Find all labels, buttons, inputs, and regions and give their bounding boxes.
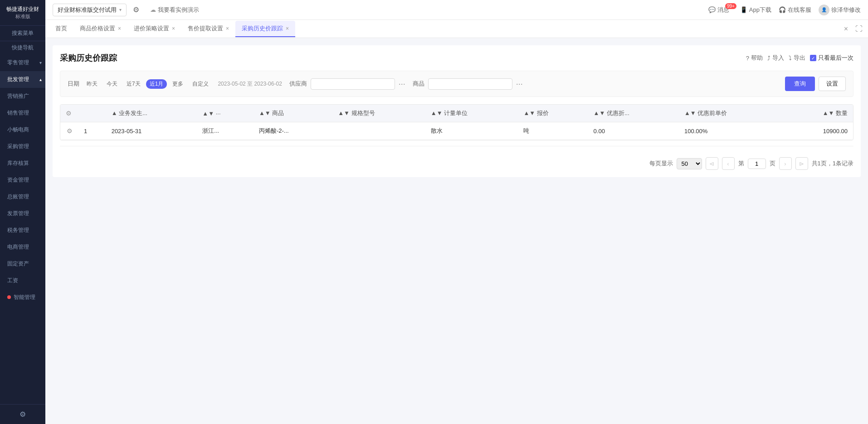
chevron-down-icon: ▾ — [119, 7, 122, 12]
first-page-button[interactable]: ⊲ — [706, 157, 718, 170]
tab-sale-price-extract[interactable]: 售价提取设置 × — [181, 21, 235, 37]
close-tab-button[interactable]: × — [842, 23, 850, 35]
sidebar-item-tax[interactable]: 税务管理 — [0, 222, 45, 239]
table-body: ⚙ 1 2023-05-31 浙江... 丙烯酸-2-... 散水 吨 0.00… — [60, 122, 853, 140]
user-menu[interactable]: 👤 徐泽华修改 — [819, 5, 861, 15]
th-date: ▲ 业务发生... — [106, 105, 197, 122]
date-range: 2023-05-02 至 2023-06-02 — [218, 80, 282, 88]
sidebar-item-sales[interactable]: 销售管理 — [0, 105, 45, 121]
sidebar-item-ecommerce[interactable]: 电商管理 — [0, 239, 45, 255]
supplier-label: 供应商 — [289, 80, 307, 88]
demo-label: 我要看实例演示 — [158, 6, 199, 14]
goods-filter-group: 商品 ··· — [413, 78, 523, 90]
th-discount: ▲▼ 优惠折... — [588, 105, 679, 122]
sidebar-item-label: 发票管理 — [7, 210, 29, 217]
sidebar-item-payroll[interactable]: 工资 — [0, 272, 45, 289]
sidebar-item-retail[interactable]: 零售管理 ▾ — [0, 54, 45, 71]
date-btn-more[interactable]: 更多 — [169, 79, 187, 89]
message-badge: 99+ — [725, 3, 736, 9]
table-header-row: ⚙ ▲ 业务发生... ▲▼ ··· ▲▼ 商品 — [60, 105, 853, 122]
app-download-button[interactable]: 📱 App下载 — [740, 6, 771, 14]
online-service-button[interactable]: 🎧 在线客服 — [779, 6, 811, 14]
sidebar-item-label: 销售管理 — [7, 109, 29, 117]
dot-indicator — [7, 295, 11, 299]
maximize-tab-button[interactable]: ⛶ — [853, 23, 864, 35]
version-selector[interactable]: 好业财标准版交付试用 ▾ — [53, 4, 127, 16]
headset-icon: 🎧 — [779, 6, 786, 13]
tab-price-settings[interactable]: 商品价格设置 × — [73, 21, 127, 37]
th-price-before: ▲▼ 优惠前单价 — [679, 105, 783, 122]
tab-label: 首页 — [55, 24, 67, 33]
date-btn-yesterday[interactable]: 昨天 — [83, 79, 101, 89]
main-area: 好业财标准版交付试用 ▾ ⚙ ☁ 我要看实例演示 💬 消息 99+ 📱 App下… — [45, 0, 868, 424]
close-icon[interactable]: × — [286, 25, 289, 32]
sidebar-item-purchase[interactable]: 采购管理 — [0, 138, 45, 155]
td-date: 2023-05-31 — [106, 122, 197, 140]
sidebar-item-ecommerce-small[interactable]: 小畅电商 — [0, 121, 45, 138]
sidebar-item-ai[interactable]: 智能管理 — [0, 289, 45, 306]
td-supplier: 浙江... — [197, 122, 254, 140]
tab-purchase-price-strategy[interactable]: 进价策略设置 × — [127, 21, 181, 37]
page-actions: ? 帮助 ⤴ 导入 ⤵ 导出 ✓ 只看最后一次 — [746, 54, 853, 62]
tab-label: 采购历史价跟踪 — [242, 24, 283, 33]
goods-input[interactable] — [428, 78, 512, 90]
gear-icon[interactable]: ⚙ — [67, 127, 73, 135]
sidebar-logo: 畅捷通好业财 标准版 — [0, 0, 45, 26]
settings-button[interactable]: 设置 — [819, 77, 846, 91]
date-btn-7days[interactable]: 近7天 — [123, 79, 144, 89]
only-last-checkbox-label[interactable]: ✓ 只看最后一次 — [810, 54, 853, 62]
td-price-val: 10900.00 — [783, 122, 853, 140]
sidebar-item-finance[interactable]: 资金管理 — [0, 172, 45, 188]
page-number-input[interactable] — [748, 159, 766, 169]
supplier-input[interactable] — [311, 78, 395, 90]
next-page-button[interactable]: › — [779, 157, 792, 170]
demo-button[interactable]: ☁ 我要看实例演示 — [150, 6, 199, 14]
chevron-down-icon: ▾ — [39, 60, 42, 65]
sidebar-item-inventory[interactable]: 库存核算 — [0, 155, 45, 172]
sidebar-item-label: 固定资产 — [7, 260, 29, 268]
date-btn-today[interactable]: 今天 — [103, 79, 121, 89]
tab-home[interactable]: 首页 — [49, 21, 73, 37]
close-icon[interactable]: × — [226, 25, 229, 32]
checkbox-icon: ✓ — [810, 55, 816, 61]
sidebar-item-label: 批发管理 — [7, 76, 29, 83]
per-page-select[interactable]: 50 100 200 — [677, 158, 702, 169]
supplier-more-icon[interactable]: ··· — [399, 80, 405, 88]
sidebar-item-label: 税务管理 — [7, 226, 29, 234]
export-link[interactable]: ⤵ 导出 — [789, 54, 805, 62]
sidebar-item-invoice[interactable]: 发票管理 — [0, 205, 45, 222]
close-icon[interactable]: × — [172, 25, 175, 32]
close-icon[interactable]: × — [118, 25, 121, 32]
sidebar-item-label: 工资 — [7, 277, 18, 284]
header-right: 💬 消息 99+ 📱 App下载 🎧 在线客服 👤 徐泽华修改 — [705, 5, 861, 15]
sidebar-item-marketing[interactable]: 营销推广 — [0, 88, 45, 105]
header-settings-button[interactable]: ⚙ — [129, 3, 143, 17]
tab-bar-end: × ⛶ — [842, 23, 864, 35]
help-link[interactable]: ? 帮助 — [746, 54, 763, 62]
td-discount: 0.00 — [588, 122, 679, 140]
date-btn-1month[interactable]: 近1月 — [146, 79, 167, 89]
sidebar-item-wholesale[interactable]: 批发管理 ▴ — [0, 71, 45, 88]
query-button[interactable]: 查询 — [785, 77, 815, 91]
sidebar-item-fixed-assets[interactable]: 固定资产 — [0, 255, 45, 272]
sidebar-item-label: 智能管理 — [14, 294, 35, 301]
td-goods: 丙烯酸-2-... — [254, 122, 332, 140]
gear-icon[interactable]: ⚙ — [66, 110, 72, 117]
export-icon: ⤵ — [789, 55, 792, 62]
tab-label: 商品价格设置 — [80, 24, 115, 33]
prev-page-button[interactable]: ‹ — [722, 157, 735, 170]
import-link[interactable]: ⤴ 导入 — [767, 54, 784, 62]
message-button[interactable]: 💬 消息 99+ — [705, 6, 733, 14]
goods-more-icon[interactable]: ··· — [516, 80, 523, 88]
help-label: 帮助 — [751, 54, 763, 62]
sidebar-bottom[interactable]: ⚙ — [0, 404, 45, 424]
page-total: 共1页，1条记录 — [812, 159, 853, 168]
sidebar-quick-nav[interactable]: 快捷导航 — [0, 41, 45, 54]
settings-icon[interactable]: ⚙ — [20, 410, 26, 418]
sidebar-search[interactable]: 搜索菜单 — [0, 26, 45, 41]
sidebar-item-label: 电商管理 — [7, 243, 29, 251]
date-btn-custom[interactable]: 自定义 — [189, 79, 212, 89]
last-page-button[interactable]: ⊳ — [795, 157, 808, 170]
sidebar-item-ledger[interactable]: 总账管理 — [0, 188, 45, 205]
tab-purchase-history-price[interactable]: 采购历史价跟踪 × — [235, 21, 295, 37]
